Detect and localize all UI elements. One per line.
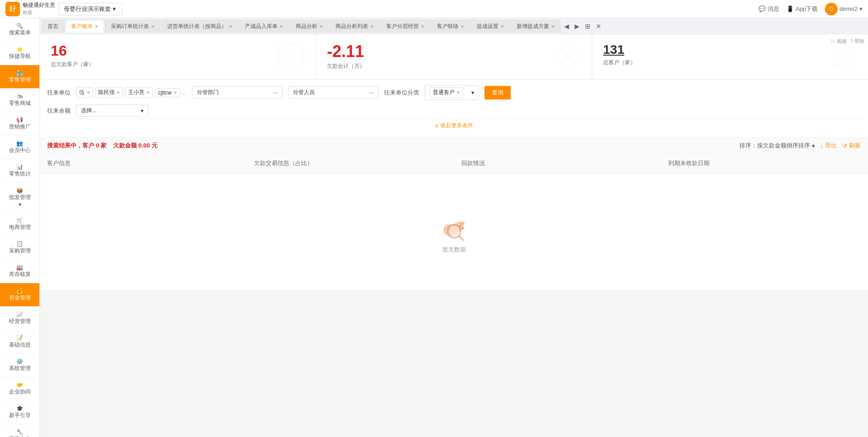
- unit-type-close[interactable]: ✕: [456, 90, 460, 95]
- tab-commission-settings[interactable]: 提成设置 ✕: [471, 20, 510, 33]
- tab-customer-contact-label: 客户联络: [437, 23, 459, 30]
- filter-tag-wu-close[interactable]: ✕: [86, 90, 90, 95]
- header-left: 好 畅捷通好生意 标版 母婴行业演示账套 ▾: [5, 2, 122, 16]
- sidebar-item-basic-info[interactable]: 📝 基础信息: [0, 330, 39, 354]
- sidebar-item-quick-nav[interactable]: ⭐ 快捷导航: [0, 42, 39, 65]
- result-debit-unit: 元: [152, 142, 158, 149]
- svg-rect-5: [843, 45, 854, 67]
- sidebar-item-purchase[interactable]: 📋 采购管理: [0, 236, 39, 260]
- app-download-button[interactable]: 📱 App下载: [786, 5, 818, 13]
- refresh-button[interactable]: ↺ 刷新: [842, 142, 861, 150]
- sidebar-item-marketing[interactable]: 📢 营销推广: [0, 112, 39, 136]
- main-layout: 🔍 搜索菜单 ⭐ 快捷导航 🏪 零售管理 🛍 零售商城 📢 营销推广 👥 会员中…: [0, 18, 868, 437]
- empty-illustration: [436, 209, 472, 246]
- result-count-unit: 家: [101, 142, 106, 149]
- message-button[interactable]: 💬 消息: [758, 5, 779, 13]
- sort-button[interactable]: 排序：按欠款金额倒序排序 ▾: [739, 142, 815, 150]
- table-header-customer-info: 客户信息: [40, 154, 247, 173]
- sidebar-item-retail[interactable]: 🏪 零售管理: [0, 65, 39, 89]
- chevron-down-icon: ▾: [141, 108, 144, 114]
- sidebar-item-retail-stats[interactable]: 📊 零售统计: [0, 159, 39, 183]
- tab-home[interactable]: 首页: [42, 20, 64, 33]
- tab-close-icon[interactable]: ✕: [151, 24, 154, 29]
- refresh-label: 刷新: [849, 142, 861, 150]
- sidebar-item-inventory[interactable]: 🏭 库存核算: [0, 260, 39, 283]
- sidebar-search[interactable]: 🔍 搜索菜单: [0, 18, 39, 42]
- video-btn[interactable]: ▷ 视频: [830, 38, 847, 45]
- page-content: ¥ 16 总欠款客户（家） ◆: [40, 34, 868, 437]
- sort-icon: ▾: [812, 142, 815, 149]
- system-icon: ⚙️: [2, 358, 38, 365]
- sidebar-item-newbie[interactable]: 🎓 新手引导: [0, 401, 39, 424]
- tab-new-commission[interactable]: 新增提成方案 ✕: [511, 20, 561, 33]
- message-icon: 💬: [758, 5, 766, 12]
- tab-close-icon[interactable]: ✕: [319, 24, 323, 29]
- tab-inbound-stats[interactable]: 进货单统计表（按商品） ✕: [161, 20, 238, 33]
- tab-close-icon[interactable]: ✕: [279, 24, 283, 29]
- query-button[interactable]: 查询: [484, 86, 511, 100]
- tab-close-icon[interactable]: ✕: [370, 24, 374, 29]
- tab-scroll-left-button[interactable]: ◀: [561, 21, 572, 32]
- person-select[interactable]: 分管人员 ···: [288, 86, 379, 99]
- sidebar-item-system[interactable]: ⚙️ 系统管理: [0, 354, 39, 377]
- sidebar-item-app-center[interactable]: 🔧 应用中心: [0, 424, 39, 437]
- filter-tag-cj-close[interactable]: ✕: [173, 90, 177, 95]
- filter-tag-chen-close[interactable]: ✕: [116, 90, 120, 95]
- tab-close-all-button[interactable]: ✕: [593, 21, 604, 32]
- filter-more-button[interactable]: ...: [182, 90, 187, 96]
- sidebar-mall-label: 零售商城: [2, 100, 38, 107]
- filter-row-1: 往来单位 伍 ✕ 陈民强 ✕ 王小亮: [47, 85, 861, 100]
- tab-customer-tier[interactable]: 客户分层经营 ✕: [380, 20, 430, 33]
- balance-select[interactable]: 选择... ▾: [76, 104, 149, 117]
- tab-product-analysis[interactable]: 商品分析 ✕: [290, 20, 329, 33]
- tab-close-icon[interactable]: ✕: [551, 24, 555, 29]
- filter-tag-wang-close[interactable]: ✕: [146, 90, 150, 95]
- tab-purchase-order-stats[interactable]: 采购订单统计表 ✕: [105, 20, 160, 33]
- tab-product-analysis-list-label: 商品分析列表: [336, 23, 368, 30]
- tab-inbound-stats-label: 进货单统计表（按商品）: [167, 23, 227, 30]
- sidebar-item-wholesale[interactable]: 📦 批发管理 ▾: [0, 183, 39, 213]
- sidebar-item-operations[interactable]: 📈 经营管理: [0, 307, 39, 330]
- tab-product-analysis-list[interactable]: 商品分析列表 ✕: [330, 20, 379, 33]
- sidebar-item-ecommerce[interactable]: 🛒 电商管理: [0, 213, 39, 236]
- stat-help-buttons: ▷ 视频 ? 帮助: [830, 38, 864, 45]
- sidebar-item-member[interactable]: 👥 会员中心: [0, 136, 39, 159]
- logo-subtitle: 标版: [23, 9, 55, 16]
- tab-expand-button[interactable]: ⊞: [582, 21, 593, 32]
- tab-purchase-order-stats-label: 采购订单统计表: [111, 23, 149, 30]
- collapse-label: 收起更多条件: [441, 122, 473, 129]
- tab-product-inbound[interactable]: 产成品入库单 ✕: [239, 20, 289, 33]
- result-debit-value: 0.00: [139, 142, 150, 149]
- svg-rect-20: [444, 225, 451, 226]
- tab-customer-ledger[interactable]: 客户账本 ✕: [65, 20, 104, 33]
- collapse-button[interactable]: ∧ 收起更多条件: [47, 119, 861, 132]
- export-button[interactable]: ↓ 导出: [820, 142, 837, 150]
- balance-filter-label: 往来余额: [47, 107, 71, 115]
- purchase-icon: 📋: [2, 241, 38, 247]
- sidebar-item-finance[interactable]: 💰 资金管理: [0, 283, 39, 307]
- help-btn[interactable]: ? 帮助: [850, 38, 864, 45]
- stat-total-customers-label: 总客户（家）: [603, 59, 636, 66]
- result-actions: 排序：按欠款金额倒序排序 ▾ ↓ 导出 ↺ 刷新: [739, 142, 861, 150]
- sidebar-item-enterprise[interactable]: 🤝 企业协同: [0, 377, 39, 401]
- tab-new-commission-label: 新增提成方案: [517, 23, 549, 30]
- tab-customer-tier-label: 客户分层经营: [386, 23, 419, 30]
- unit-type-select[interactable]: 普通客户 ✕ ▾: [425, 85, 479, 100]
- svg-line-19: [459, 236, 463, 240]
- newbie-icon: 🎓: [2, 405, 38, 412]
- sidebar-item-retail-mall[interactable]: 🛍 零售商城: [0, 89, 39, 112]
- tab-close-icon[interactable]: ✕: [460, 24, 464, 29]
- tab-close-icon[interactable]: ✕: [95, 24, 98, 29]
- content-area: 首页 客户账本 ✕ 采购订单统计表 ✕ 进货单统计表（按商品） ✕ 产成品入库单…: [40, 18, 868, 437]
- sidebar-enterprise-label: 企业协同: [2, 388, 38, 396]
- tab-close-icon[interactable]: ✕: [421, 24, 424, 29]
- tab-customer-contact[interactable]: 客户联络 ✕: [431, 20, 470, 33]
- industry-selector[interactable]: 母婴行业演示账套 ▾: [59, 3, 122, 15]
- user-menu[interactable]: D demo2 ▾: [825, 3, 863, 15]
- tab-close-icon[interactable]: ✕: [229, 24, 232, 29]
- app-icon: 📱: [786, 5, 794, 12]
- department-select[interactable]: 分管部门 ···: [192, 86, 283, 99]
- filter-tag-chen: 陈民强 ✕: [95, 87, 123, 98]
- tab-scroll-right-button[interactable]: ▶: [572, 21, 582, 32]
- tab-close-icon[interactable]: ✕: [500, 24, 504, 29]
